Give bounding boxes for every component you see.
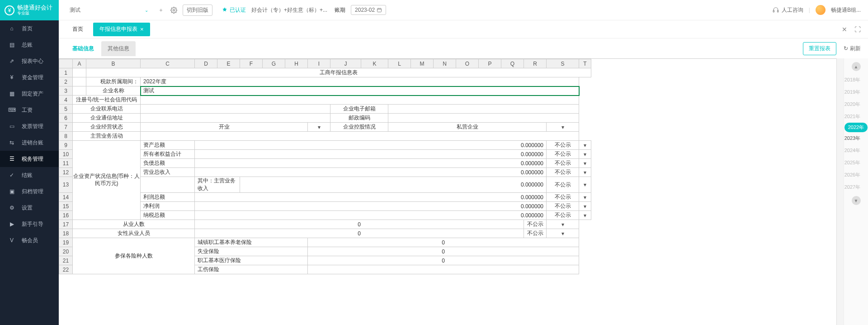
nav-icon: ¥ [8, 74, 15, 81]
tab-annual-report[interactable]: 年报信息申报表 × [93, 23, 150, 36]
add-icon[interactable]: ＋ [157, 6, 165, 14]
year-2020年[interactable]: 2020年 [844, 98, 868, 110]
nav-工资[interactable]: ⌨工资 [0, 102, 59, 118]
period-label: 账期 [335, 6, 345, 14]
svg-rect-2 [773, 10, 774, 12]
reset-button[interactable]: 重置报表 [803, 42, 836, 55]
sidebar: ¥ 畅捷通好会计 专业版 ⌂首页▤总账⇗报表中心¥资金管理▦固定资产⌨工资▭发票… [0, 0, 59, 325]
year-2019年[interactable]: 2019年 [844, 86, 868, 98]
refresh-button[interactable]: ↻ 刷新 [844, 45, 861, 53]
product-name: 好会计（专）+好生意（标）+... [251, 6, 327, 14]
nav-icon: ⇗ [8, 57, 15, 65]
nav-icon: ⌨ [8, 106, 15, 114]
logo: ¥ 畅捷通好会计 专业版 [0, 0, 59, 20]
subtab-other[interactable]: 其他信息 [101, 41, 136, 56]
logo-icon: ¥ [5, 5, 14, 15]
nav-icon: ▭ [8, 123, 15, 130]
nav-icon: ⇆ [8, 139, 15, 146]
nav-结账[interactable]: ✓结账 [0, 167, 59, 183]
nav-新手引导[interactable]: ▶新手引导 [0, 216, 59, 232]
close-all-icon[interactable]: ✕ [842, 26, 847, 33]
nav-icon: ✓ [8, 172, 15, 179]
spreadsheet[interactable]: ABCDEFGHIJKLMNOPQRST1工商年报信息表2税款所属期间：2022… [59, 58, 836, 325]
year-2024年[interactable]: 2024年 [844, 144, 868, 157]
refresh-icon: ↻ [844, 45, 848, 52]
nav-畅会员[interactable]: V畅会员 [0, 232, 59, 249]
nav-icon: ▤ [8, 41, 15, 48]
verified-badge: 已认证 [222, 6, 246, 14]
gear-icon[interactable] [170, 6, 177, 14]
nav-icon: ▦ [8, 90, 15, 97]
headset-icon [773, 7, 779, 13]
logo-main: 畅捷通好会计 [17, 5, 52, 11]
nav-报表中心[interactable]: ⇗报表中心 [0, 53, 59, 69]
svg-point-0 [173, 9, 175, 11]
subtab-basic[interactable]: 基础信息 [66, 41, 100, 56]
year-2018年[interactable]: 2018年 [844, 74, 868, 86]
year-2023年[interactable]: 2023年 [844, 132, 868, 144]
fullscreen-icon[interactable]: ⛶ [854, 26, 861, 33]
nav-首页[interactable]: ⌂首页 [0, 20, 59, 37]
period-select[interactable]: 2023-02 [351, 5, 386, 15]
svg-rect-1 [377, 9, 382, 12]
company-select[interactable]: 测试 ⌄ [66, 4, 152, 16]
year-2026年[interactable]: 2026年 [844, 169, 868, 181]
nav-icon: ⚙ [8, 204, 15, 211]
user-name[interactable]: 畅捷通B组... [831, 6, 861, 14]
scrollbar[interactable] [836, 58, 844, 325]
company-name-cell[interactable]: 测试 [141, 86, 579, 96]
topbar: 测试 ⌄ ＋ 切到旧版 已认证 好会计（专）+好生意（标）+... 账期 202… [59, 0, 868, 20]
year-rail: ▲ 2018年2019年2020年2021年2022年2023年2024年202… [844, 58, 868, 325]
close-icon[interactable]: × [140, 26, 144, 33]
year-2025年[interactable]: 2025年 [844, 157, 868, 169]
year-2021年[interactable]: 2021年 [844, 110, 868, 123]
nav-总账[interactable]: ▤总账 [0, 37, 59, 53]
nav-发票管理[interactable]: ▭发票管理 [0, 118, 59, 134]
year-down-icon[interactable]: ▼ [852, 196, 861, 205]
chevron-down-icon: ⌄ [145, 8, 148, 13]
nav-税务管理[interactable]: ☰税务管理 [0, 151, 59, 167]
nav-icon: ▶ [8, 220, 15, 228]
year-2022年[interactable]: 2022年 [844, 123, 868, 132]
calendar-icon [377, 7, 382, 13]
page-tabs: 首页 年报信息申报表 × ✕ ⛶ [59, 20, 868, 38]
avatar[interactable] [816, 5, 826, 15]
nav-进销台账[interactable]: ⇆进销台账 [0, 134, 59, 151]
company-name: 测试 [70, 6, 80, 14]
nav-icon: ▣ [8, 188, 15, 195]
year-2027年[interactable]: 2027年 [844, 181, 868, 193]
nav-归档管理[interactable]: ▣归档管理 [0, 183, 59, 200]
nav-icon: ⌂ [8, 25, 15, 32]
tab-home[interactable]: 首页 [66, 23, 90, 36]
nav-icon: ☰ [8, 155, 15, 162]
svg-rect-3 [777, 10, 778, 12]
year-up-icon[interactable]: ▲ [852, 62, 861, 71]
nav-固定资产[interactable]: ▦固定资产 [0, 86, 59, 102]
nav-icon: V [8, 237, 15, 244]
logo-sub: 专业版 [17, 11, 52, 16]
nav-资金管理[interactable]: ¥资金管理 [0, 69, 59, 86]
old-version-button[interactable]: 切到旧版 [183, 5, 212, 16]
nav-设置[interactable]: ⚙设置 [0, 200, 59, 216]
customer-service[interactable]: 人工咨询 [773, 6, 803, 14]
sub-tabs: 基础信息 其他信息 重置报表 ↻ 刷新 [59, 38, 868, 58]
